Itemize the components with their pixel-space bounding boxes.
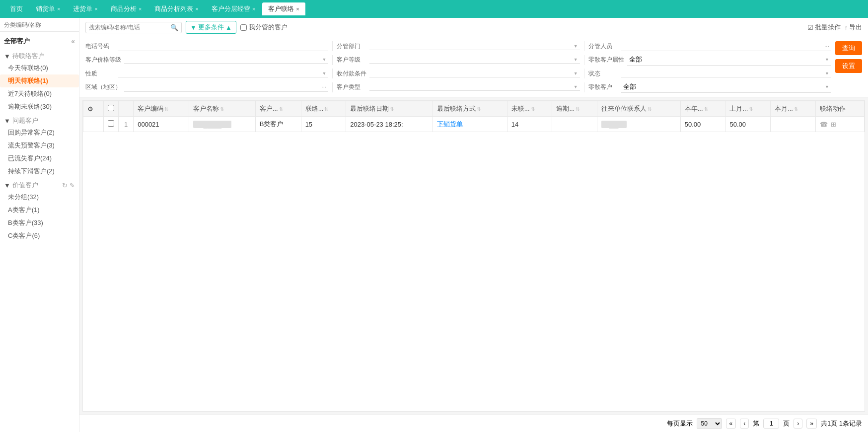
set-button[interactable]: 设置 [835, 59, 862, 73]
col-contacts[interactable]: 联络...⇅ [301, 101, 346, 117]
sidebar-item-class-c[interactable]: C类客户(6) [0, 229, 79, 242]
my-customers-checkbox[interactable]: 我分管的客户 [240, 23, 288, 32]
retail-customer-select[interactable]: 全部 ▼ [621, 81, 831, 93]
col-type[interactable]: 客户...⇅ [255, 101, 301, 117]
payment-select[interactable]: ▼ [369, 70, 579, 77]
prev-page-btn[interactable]: ‹ [740, 419, 749, 429]
chevron-up-icon: ▲ [225, 24, 232, 31]
search-icon[interactable]: 🔍 [170, 24, 178, 31]
retail-attr-select[interactable]: 全部 ▼ [627, 54, 831, 66]
select-all-checkbox[interactable] [108, 105, 114, 111]
export-icon: ↑ [845, 24, 848, 31]
more-icon: ··· [321, 83, 326, 90]
col-last-method[interactable]: 最后联络方式⇅ [433, 101, 507, 117]
query-button[interactable]: 查询 [835, 41, 862, 55]
first-page-btn[interactable]: « [726, 419, 736, 429]
col-last-date[interactable]: 最后联络日期⇅ [346, 101, 433, 117]
sidebar-item-overdue[interactable]: 逾期未联络(30) [0, 100, 79, 113]
sidebar-item-class-a[interactable]: A类客户(1) [0, 204, 79, 216]
export-btn[interactable]: ↑ 导出 [845, 23, 863, 32]
col-last-month[interactable]: 上月...⇅ [725, 101, 771, 117]
next-page-btn[interactable]: › [794, 419, 802, 429]
filter-customer-type: 客户类型 ▼ [337, 83, 579, 91]
search-input[interactable] [89, 24, 168, 31]
nature-select[interactable]: ▼ [118, 70, 328, 77]
filter-retail-customer: 零散客户 全部 ▼ [588, 81, 831, 93]
nav-customer-tier[interactable]: 客户分层经营 × [206, 2, 261, 15]
all-customers-header[interactable]: 全部客户 « [4, 35, 75, 48]
col-unit-contacts[interactable]: 往来单位联系人⇅ [597, 101, 681, 117]
col-gear[interactable]: ⚙ [83, 101, 104, 117]
sidebar-item-churned[interactable]: 已流失客户(24) [0, 152, 79, 165]
my-customers-input[interactable] [240, 24, 247, 31]
close-icon[interactable]: × [252, 6, 255, 12]
sidebar-item-churn-warning[interactable]: 流失预警客户(3) [0, 139, 79, 152]
edit-icon[interactable]: ✎ [70, 182, 75, 189]
filter-manager: 分管人员 ··· [588, 42, 831, 51]
nav-customer-contact[interactable]: 客户联络 × [262, 2, 305, 15]
customer-level-select[interactable]: ▼ [369, 56, 579, 64]
filter-row-3: 性质 ▼ 收付款条件 ▼ [85, 69, 831, 78]
col-this-year[interactable]: 本年...⇅ [680, 101, 725, 117]
close-icon[interactable]: × [296, 6, 299, 12]
refresh-icon[interactable]: ↻ [62, 182, 68, 189]
qr-icon[interactable]: ⊞ [831, 121, 836, 128]
nav-product-analysis[interactable]: 商品分析 × [105, 2, 147, 15]
nav-product-analysis-list[interactable]: 商品分析列表 × [148, 2, 204, 15]
department-select[interactable]: ▼ [369, 43, 579, 50]
nav-sales[interactable]: 销货单 × [30, 2, 66, 15]
col-this-month[interactable]: 本月...⇅ [771, 101, 816, 117]
close-icon[interactable]: × [94, 6, 97, 12]
chevron-down-icon: ▼ [825, 71, 829, 76]
nav-home[interactable]: 首页 [4, 2, 29, 15]
filter-nature: 性质 ▼ [85, 70, 328, 78]
sidebar-item-repurchase-abnormal[interactable]: 回购异常客户(2) [0, 126, 79, 139]
collapse-icon[interactable]: « [71, 37, 75, 45]
chevron-down-icon: ▼ [574, 44, 578, 49]
col-checkbox[interactable] [104, 101, 119, 117]
region-select[interactable]: ··· [124, 82, 328, 92]
sidebar-search-input[interactable] [4, 21, 78, 28]
row-select-checkbox[interactable] [108, 120, 114, 127]
col-overdue[interactable]: 逾期...⇅ [552, 101, 597, 117]
content-area: 🔍 ▼ 更多条件 ▲ 我分管的客户 ☑ 批量操作 ↑ 导出 [79, 18, 868, 432]
row-last-method[interactable]: 下销货单 [433, 117, 507, 132]
close-icon[interactable]: × [195, 6, 198, 12]
manager-select[interactable]: ··· [621, 42, 831, 51]
status-select[interactable]: ▼ [621, 70, 831, 77]
sidebar-item-7days[interactable]: 近7天待联络(0) [0, 87, 79, 100]
col-code[interactable]: 客户编码⇅ [134, 101, 189, 117]
per-page-select[interactable]: 50 100 200 [697, 418, 722, 429]
filter-department: 分管部门 ▼ [337, 42, 579, 51]
close-icon[interactable]: × [57, 6, 60, 12]
row-code[interactable]: 000021 [134, 117, 189, 132]
phone-input[interactable] [118, 42, 328, 51]
sidebar-item-ungrouped[interactable]: 未分组(32) [0, 191, 79, 204]
price-level-select[interactable]: ▼ [124, 56, 328, 64]
col-name[interactable]: 客户名称⇅ [189, 101, 255, 117]
filter-price-level: 客户价格等级 ▼ [85, 56, 328, 64]
sidebar-item-tomorrow[interactable]: 明天待联络(1) [0, 74, 79, 87]
gear-icon[interactable]: ⚙ [87, 105, 93, 113]
filter-btn[interactable]: ▼ 更多条件 ▲ [186, 21, 236, 34]
top-nav: 首页 销货单 × 进货单 × 商品分析 × 商品分析列表 × 客户分层经营 × … [0, 0, 868, 18]
close-icon[interactable]: × [139, 6, 142, 12]
row-last-date: 2023-05-23 18:25: [346, 117, 433, 132]
page-input[interactable] [763, 419, 779, 429]
page-suffix: 页 [783, 419, 790, 428]
filter-row-1: 电话号码 分管部门 ▼ 分管人员 [85, 41, 831, 51]
contact-icon[interactable]: ☎ [820, 121, 828, 128]
row-checkbox[interactable] [104, 117, 119, 132]
sidebar-item-declining[interactable]: 持续下滑客户(2) [0, 165, 79, 178]
chevron-down-icon: ▼ [322, 71, 326, 76]
last-page-btn[interactable]: » [806, 419, 817, 429]
sidebar-item-today[interactable]: 今天待联络(0) [0, 62, 79, 74]
nav-purchase[interactable]: 进货单 × [67, 2, 103, 15]
divider [332, 69, 333, 78]
bulk-action-btn[interactable]: ☑ 批量操作 [807, 23, 841, 32]
col-no-contact[interactable]: 未联...⇅ [507, 101, 552, 117]
row-unit-contacts: ██ [597, 117, 681, 132]
divider [332, 55, 333, 65]
customer-type-select[interactable]: ▼ [369, 83, 579, 91]
sidebar-item-class-b[interactable]: B类客户(33) [0, 216, 79, 229]
